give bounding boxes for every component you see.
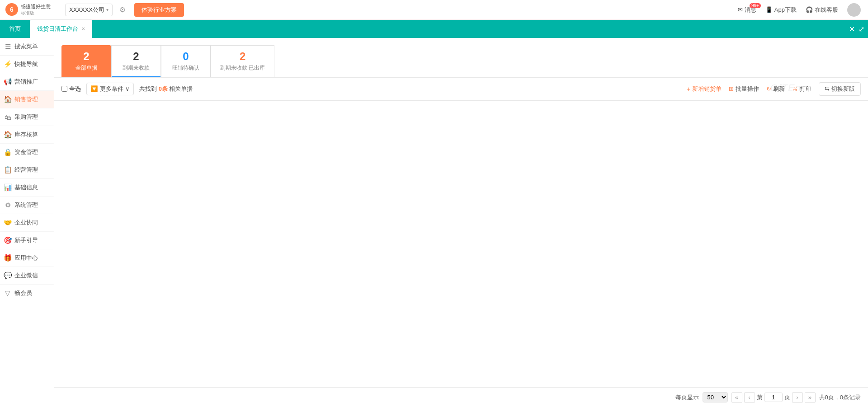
download-icon: 📱 xyxy=(765,6,773,13)
sidebar-item-capital[interactable]: 🔒 资金管理 xyxy=(0,144,54,161)
marketing-label: 营销推广 xyxy=(14,78,38,86)
marketing-icon: 📢 xyxy=(4,78,12,86)
stat-tab-wangpu[interactable]: 0 旺铺待确认 xyxy=(161,45,211,77)
print-button[interactable]: 🖨 打印 xyxy=(792,85,811,93)
sidebar-item-enterprise[interactable]: 🤝 企业协同 xyxy=(0,214,54,232)
online-service-label: 在线客服 xyxy=(815,6,838,14)
online-service-button[interactable]: 🎧 在线客服 xyxy=(806,6,838,14)
trial-button[interactable]: 体验行业方案 xyxy=(134,3,184,17)
guide-icon: 🎯 xyxy=(4,236,12,244)
table-area xyxy=(54,101,868,387)
switch-icon: ⇆ xyxy=(825,85,830,92)
stat-tab-shipped[interactable]: 2 到期未收款 已出库 xyxy=(211,45,274,77)
sidebar-item-guide[interactable]: 🎯 新手引导 xyxy=(0,232,54,249)
plus-icon: + xyxy=(687,85,690,93)
wechat-icon: 💬 xyxy=(4,271,12,280)
tab-active[interactable]: 钱货日清工作台 × xyxy=(30,20,92,38)
company-dropdown-icon: ▾ xyxy=(106,7,108,12)
select-all-checkbox[interactable]: 全选 xyxy=(61,85,81,93)
select-all-input[interactable] xyxy=(61,86,67,92)
sidebar-item-operation[interactable]: 📋 经营管理 xyxy=(0,161,54,179)
sidebar-item-inventory[interactable]: 🏠 库存核算 xyxy=(0,126,54,144)
tab-underline xyxy=(112,76,160,77)
batch-label: 批量操作 xyxy=(736,85,759,93)
purchase-label: 采购管理 xyxy=(14,113,38,121)
batch-button[interactable]: ⊞ 批量操作 xyxy=(729,85,759,93)
print-icon: 🖨 xyxy=(792,85,798,92)
sidebar-search[interactable]: ☰ 搜索菜单 xyxy=(0,38,54,56)
member-icon: ▽ xyxy=(4,289,12,297)
user-avatar-area[interactable] xyxy=(847,3,863,17)
tab-close-icon[interactable]: × xyxy=(82,26,85,32)
stat-tab-all[interactable]: 2 全部单据 xyxy=(61,45,111,77)
page-nav: « ‹ 第 页 › » xyxy=(731,392,816,403)
toolbar: 全选 🔽 更多条件 ∨ 共找到 0条 相关单据 + 新增销货单 ⊞ 批量操作 xyxy=(54,78,868,101)
message-badge: 99+ xyxy=(750,3,761,8)
pagination: 每页显示 50 100 200 « ‹ 第 页 › » 共0页，0条记录 xyxy=(54,387,868,407)
capital-icon: 🔒 xyxy=(4,148,12,156)
logo-area: 6 畅捷通好生意 标准版 xyxy=(5,3,60,16)
sidebar-item-basic[interactable]: 📊 基础信息 xyxy=(0,179,54,196)
inventory-label: 库存核算 xyxy=(14,131,38,139)
service-icon: 🎧 xyxy=(806,6,813,13)
sidebar-item-quick-nav[interactable]: ⚡ 快捷导航 xyxy=(0,56,54,73)
found-text: 共找到 0条 相关单据 xyxy=(139,85,193,93)
app-download-label: App下载 xyxy=(774,6,797,14)
batch-icon: ⊞ xyxy=(729,85,734,92)
last-page-button[interactable]: » xyxy=(805,392,816,403)
company-name: XXXXXX公司 xyxy=(69,6,104,14)
message-button[interactable]: ✉ 消息 99+ xyxy=(738,6,756,14)
refresh-icon: ↻ xyxy=(766,85,771,92)
member-label: 畅会员 xyxy=(14,289,32,297)
inventory-icon: 🏠 xyxy=(4,131,12,139)
filter-button[interactable]: 🔽 更多条件 ∨ xyxy=(86,83,134,95)
sales-icon: 🏠 xyxy=(4,95,12,103)
page-input[interactable] xyxy=(764,393,783,402)
stat-label-shipped: 到期未收款 已出库 xyxy=(220,64,265,72)
message-icon: ✉ xyxy=(738,6,743,13)
next-page-button[interactable]: › xyxy=(792,392,803,403)
quick-nav-icon: ⚡ xyxy=(4,60,12,68)
sidebar-item-member[interactable]: ▽ 畅会员 xyxy=(0,285,54,302)
tab-minimize-icon[interactable]: ✕ xyxy=(849,25,855,33)
sidebar: ☰ 搜索菜单 ⚡ 快捷导航 📢 营销推广 🏠 销售管理 🛍 采购管理 🏠 库存核… xyxy=(0,38,54,407)
page-size-select[interactable]: 50 100 200 xyxy=(703,392,728,402)
edition-badge: 标准版 xyxy=(21,10,51,16)
tab-expand-icon[interactable]: ⤢ xyxy=(859,25,864,33)
page-size-label: 每页显示 xyxy=(675,393,699,402)
app-download-button[interactable]: 📱 App下载 xyxy=(765,6,797,14)
stats-tabs: 2 全部单据 2 到期未收款 0 旺铺待确认 2 到期未收款 已出库 xyxy=(54,38,868,78)
tab-home[interactable]: 首页 xyxy=(0,20,30,38)
logo-icon: 6 xyxy=(5,3,18,16)
prev-page-button[interactable]: ‹ xyxy=(744,392,755,403)
company-selector[interactable]: XXXXXX公司 ▾ xyxy=(65,4,113,16)
new-order-button[interactable]: + 新增销货单 xyxy=(687,85,722,93)
sidebar-item-purchase[interactable]: 🛍 采购管理 xyxy=(0,108,54,126)
sidebar-item-wechat[interactable]: 💬 企业微信 xyxy=(0,267,54,285)
purchase-icon: 🛍 xyxy=(4,113,12,121)
guide-label: 新手引导 xyxy=(14,236,38,244)
sidebar-item-sales[interactable]: 🏠 销售管理 xyxy=(0,91,54,108)
refresh-button[interactable]: ↻ 刷新 xyxy=(766,85,785,93)
switch-label: 切换新版 xyxy=(831,85,855,93)
stat-number-all: 2 xyxy=(71,50,102,63)
content-area: 2 全部单据 2 到期未收款 0 旺铺待确认 2 到期未收款 已出库 全选 xyxy=(54,38,868,407)
sidebar-item-marketing[interactable]: 📢 营销推广 xyxy=(0,73,54,91)
settings-button[interactable]: ⚙ xyxy=(116,4,129,16)
main-layout: ☰ 搜索菜单 ⚡ 快捷导航 📢 营销推广 🏠 销售管理 🛍 采购管理 🏠 库存核… xyxy=(0,38,868,407)
basic-label: 基础信息 xyxy=(14,183,38,192)
filter-label: 更多条件 xyxy=(100,85,123,93)
page-suffix: 页 xyxy=(784,393,790,402)
switch-version-button[interactable]: ⇆ 切换新版 xyxy=(819,82,861,96)
wechat-label: 企业微信 xyxy=(14,271,38,280)
stat-label-all: 全部单据 xyxy=(71,64,102,72)
first-page-button[interactable]: « xyxy=(731,392,742,403)
search-menu-icon: ☰ xyxy=(4,42,12,51)
enterprise-label: 企业协同 xyxy=(14,219,38,227)
sidebar-item-system[interactable]: ⚙ 系统管理 xyxy=(0,196,54,214)
page-label: 第 xyxy=(757,393,763,402)
sidebar-item-appstore[interactable]: 🎁 应用中心 xyxy=(0,249,54,267)
basic-icon: 📊 xyxy=(4,183,12,192)
quick-nav-label: 快捷导航 xyxy=(14,60,38,68)
stat-tab-overdue[interactable]: 2 到期未收款 xyxy=(111,45,161,77)
